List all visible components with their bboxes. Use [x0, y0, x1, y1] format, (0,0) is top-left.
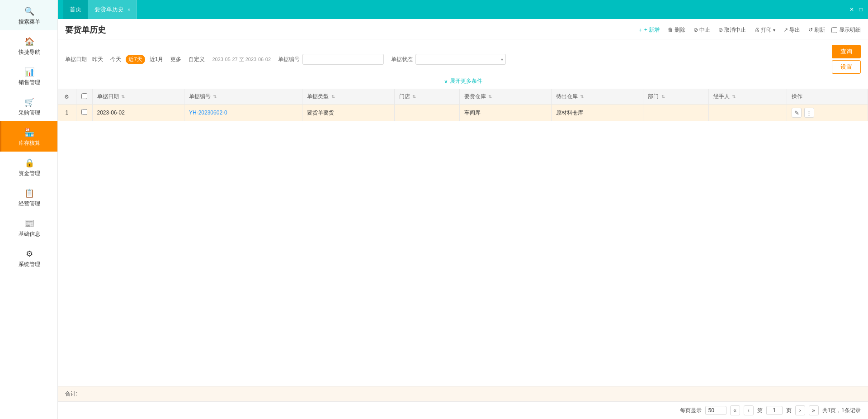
td-store	[394, 105, 459, 121]
doc-status-select[interactable]	[415, 54, 506, 65]
sidebar-item-finance[interactable]: 🔒 资金管理	[0, 152, 57, 182]
date-btn-more[interactable]: 更多	[168, 55, 184, 64]
th-doc-date: 单据日期 ⇅	[92, 89, 184, 105]
filter-doc-date: 单据日期 昨天 今天 近7天 近1月 更多 自定义 2023-05-27 至 2…	[65, 55, 271, 64]
cancel-stop-icon: ⊘	[718, 27, 723, 33]
page-title: 要货单历史	[65, 24, 106, 35]
expand-more-button[interactable]: ∨ 展开更多条件	[65, 77, 861, 85]
query-button[interactable]: 查询	[832, 45, 861, 58]
sort-doc-no-icon[interactable]: ⇅	[213, 94, 217, 99]
sidebar-item-label: 基础信息	[19, 230, 40, 238]
table-footer: 合计:	[58, 386, 868, 401]
date-btn-1month[interactable]: 近1月	[147, 55, 166, 64]
show-detail-checkbox[interactable]	[831, 27, 837, 33]
date-btn-yesterday[interactable]: 昨天	[90, 55, 106, 64]
stop-button[interactable]: ⊘ 中止	[692, 25, 712, 35]
td-num: 1	[58, 105, 76, 121]
sidebar-item-label: 销售管理	[19, 79, 40, 86]
sidebar-item-label: 经营管理	[19, 200, 40, 208]
sort-handler-icon[interactable]: ⇅	[732, 94, 736, 99]
tab-home[interactable]: 首页	[63, 0, 88, 19]
sort-pending-warehouse-icon[interactable]: ⇅	[580, 94, 584, 99]
row-checkbox[interactable]	[81, 109, 87, 115]
first-page-button[interactable]: «	[730, 405, 740, 415]
doc-no-link[interactable]: YH-20230602-0	[189, 110, 227, 116]
last-page-button[interactable]: »	[809, 405, 819, 415]
date-btn-custom[interactable]: 自定义	[186, 55, 208, 64]
prev-page-button[interactable]: ‹	[744, 405, 754, 415]
sidebar-item-search-menu[interactable]: 🔍 搜索菜单	[0, 0, 57, 30]
date-range-display: 2023-05-27 至 2023-06-02	[212, 56, 271, 63]
td-doc-type: 要货单要货	[302, 105, 394, 121]
window-maximize-icon[interactable]: □	[859, 6, 863, 13]
top-bar: 首页 要货单历史 × ✕ □	[58, 0, 868, 19]
toolbar: ＋ + 新增 🗑 删除 ⊘ 中止 ⊘ 取消中止 🖨 打印	[636, 25, 861, 35]
print-dropdown-icon: ▾	[773, 28, 775, 33]
add-button[interactable]: ＋ + 新增	[636, 25, 661, 35]
doc-no-input[interactable]	[302, 54, 384, 65]
th-checkbox	[76, 89, 92, 105]
th-pending-warehouse: 待出仓库 ⇅	[552, 89, 643, 105]
settings-icon[interactable]: ⚙	[64, 94, 69, 100]
stop-icon: ⊘	[693, 27, 698, 33]
sidebar-item-inventory[interactable]: 🏪 库存核算	[0, 121, 57, 152]
sort-doc-date-icon[interactable]: ⇅	[121, 94, 125, 99]
tab-requisition-label: 要货单历史	[94, 5, 124, 14]
total-label: 共1页，1条记录	[822, 407, 861, 414]
filter-date-buttons: 昨天 今天 近7天 近1月 更多 自定义	[90, 55, 208, 64]
home-icon: 🏠	[24, 37, 34, 47]
more-op-button[interactable]: ⋮	[804, 108, 814, 118]
page-number-input[interactable]	[766, 406, 783, 415]
sidebar-item-operation[interactable]: 📋 经营管理	[0, 182, 57, 212]
date-btn-today[interactable]: 今天	[108, 55, 124, 64]
sidebar-item-quick-nav[interactable]: 🏠 快捷导航	[0, 30, 57, 61]
refresh-button[interactable]: ↺ 刷新	[807, 25, 827, 35]
sidebar-item-system[interactable]: ⚙ 系统管理	[0, 243, 57, 273]
sort-req-warehouse-icon[interactable]: ⇅	[488, 94, 492, 99]
window-close-icon[interactable]: ✕	[849, 6, 854, 13]
select-all-checkbox[interactable]	[81, 93, 87, 99]
sales-icon: 📊	[24, 67, 34, 77]
th-doc-no: 单据编号 ⇅	[184, 89, 302, 105]
delete-button[interactable]: 🗑 删除	[666, 25, 687, 35]
sidebar-item-label: 系统管理	[19, 261, 40, 268]
doc-status-select-wrap: ▾	[415, 54, 506, 65]
setting-button[interactable]: 设置	[832, 60, 861, 74]
export-button[interactable]: ↗ 导出	[782, 25, 802, 35]
doc-no-label: 单据编号	[278, 56, 300, 63]
tab-requisition-history[interactable]: 要货单历史 ×	[88, 0, 137, 19]
system-icon: ⚙	[26, 249, 33, 259]
purchase-icon: 🛒	[24, 97, 34, 107]
filter-row: 单据日期 昨天 今天 近7天 近1月 更多 自定义 2023-05-27 至 2…	[65, 45, 861, 74]
td-req-warehouse: 车间库	[459, 105, 551, 121]
per-page-select[interactable]: 50 10 20 100	[705, 406, 726, 415]
data-table: ⚙ 单据日期 ⇅ 单据编号 ⇅	[58, 89, 868, 121]
sidebar-item-basic-info[interactable]: 📰 基础信息	[0, 212, 57, 243]
inventory-icon: 🏪	[24, 128, 34, 138]
sort-doc-type-icon[interactable]: ⇅	[331, 94, 335, 99]
top-bar-right: ✕ □	[849, 6, 863, 13]
date-btn-7days[interactable]: 近7天	[126, 55, 145, 64]
refresh-icon: ↺	[808, 27, 813, 33]
cancel-stop-button[interactable]: ⊘ 取消中止	[717, 25, 748, 35]
sort-store-icon[interactable]: ⇅	[412, 94, 416, 99]
tab-close-icon[interactable]: ×	[127, 7, 130, 12]
edit-op-button[interactable]: ✎	[792, 108, 802, 118]
next-page-button[interactable]: ›	[795, 405, 805, 415]
print-button[interactable]: 🖨 打印 ▾	[752, 25, 777, 35]
td-handler	[708, 105, 787, 121]
th-doc-type: 单据类型 ⇅	[302, 89, 394, 105]
th-department: 部门 ⇅	[643, 89, 708, 105]
sidebar-item-sales[interactable]: 📊 销售管理	[0, 61, 57, 91]
sidebar-item-label: 搜索菜单	[19, 18, 40, 26]
sidebar-item-purchase[interactable]: 🛒 采购管理	[0, 91, 57, 121]
main-area: 首页 要货单历史 × ✕ □ 要货单历史 ＋ + 新增 🗑 删除	[58, 0, 868, 419]
content: 要货单历史 ＋ + 新增 🗑 删除 ⊘ 中止 ⊘ 取消中止	[58, 19, 868, 419]
export-icon: ↗	[783, 27, 788, 33]
basic-info-icon: 📰	[24, 219, 34, 229]
table-row: 1 2023-06-02 YH-20230602-0 要货单要货 车间库 原材料…	[58, 105, 868, 121]
filter-doc-no: 单据编号	[278, 54, 384, 65]
pagination-bar: 每页显示 50 10 20 100 « ‹ 第 页 › » 共1页，1条记录	[58, 401, 868, 419]
show-detail-checkbox-wrap[interactable]: 显示明细	[831, 26, 861, 34]
sort-department-icon[interactable]: ⇅	[661, 94, 665, 99]
